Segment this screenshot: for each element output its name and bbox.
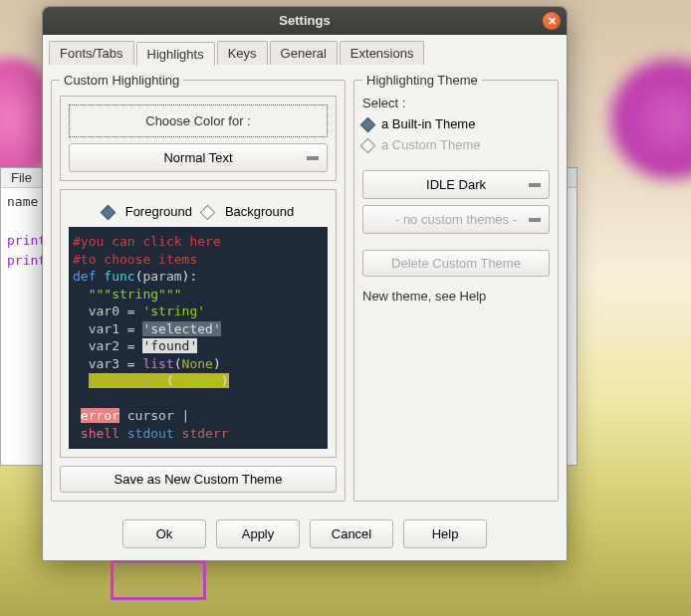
element-dropdown[interactable]: Normal Text	[69, 143, 328, 172]
preview-breakpoint[interactable]: breakpoint	[89, 373, 166, 388]
tabs-row: Fonts/Tabs Highlights Keys General Exten…	[43, 35, 567, 65]
background-radio[interactable]	[200, 205, 216, 221]
tab-extensions[interactable]: Extensions	[340, 41, 425, 65]
custom-highlighting-group: Custom Highlighting Choose Color for : N…	[51, 73, 346, 502]
cancel-button[interactable]: Cancel	[310, 519, 393, 548]
titlebar[interactable]: Settings ✕	[43, 7, 567, 35]
preview-text[interactable]: var3 =	[89, 356, 143, 371]
preview-selected[interactable]: 'selected'	[142, 321, 220, 336]
preview-comment[interactable]: #to choose items	[73, 252, 197, 267]
apply-button[interactable]: Apply	[216, 519, 300, 548]
color-chooser-box: Choose Color for : Normal Text	[60, 96, 337, 181]
element-dropdown-label: Normal Text	[163, 150, 232, 165]
builtin-theme-value: IDLE Dark	[426, 177, 486, 192]
preview-string[interactable]: 'string'	[142, 304, 205, 318]
builtin-theme-radio[interactable]	[360, 117, 376, 133]
preview-param[interactable]: param	[142, 269, 181, 284]
help-button[interactable]: Help	[403, 519, 487, 548]
bg-decor-right	[611, 60, 691, 179]
preview-docstring[interactable]: """string"""	[89, 287, 182, 302]
close-icon[interactable]: ✕	[543, 12, 561, 30]
dropdown-arrow-icon	[529, 218, 541, 222]
custom-highlighting-legend: Custom Highlighting	[60, 73, 183, 88]
preview-builtin[interactable]: list	[142, 356, 173, 371]
dialog-title: Settings	[279, 13, 330, 28]
preview-string[interactable]: "line"	[174, 373, 221, 388]
custom-theme-radio-row: a Custom Theme	[362, 137, 550, 152]
preview-keyword[interactable]: def	[73, 269, 96, 284]
preview-shell[interactable]: shell	[81, 426, 119, 441]
preview-text[interactable]: var2 =	[89, 338, 143, 353]
tab-keys[interactable]: Keys	[217, 41, 268, 65]
dialog-content: Custom Highlighting Choose Color for : N…	[43, 65, 567, 510]
fg-bg-radio-row: Foreground Background	[69, 198, 328, 221]
delete-custom-theme-button: Delete Custom Theme	[362, 250, 550, 277]
editor-text: print	[7, 253, 46, 268]
code-preview[interactable]: #you can click here #to choose items def…	[69, 227, 328, 449]
dropdown-arrow-icon	[307, 156, 319, 160]
menu-file[interactable]: File	[5, 168, 38, 187]
custom-theme-value: - no custom themes -	[395, 212, 517, 227]
tab-highlights[interactable]: Highlights	[136, 42, 215, 66]
custom-theme-label: a Custom Theme	[381, 137, 480, 152]
settings-dialog: Settings ✕ Fonts/Tabs Highlights Keys Ge…	[42, 6, 568, 561]
builtin-theme-label: a Built-in Theme	[381, 116, 475, 131]
editor-text: print	[7, 233, 46, 248]
builtin-theme-dropdown[interactable]: IDLE Dark	[362, 170, 550, 199]
preview-cursor[interactable]: cursor |	[119, 408, 189, 423]
tab-fonts[interactable]: Fonts/Tabs	[49, 41, 134, 65]
preview-text[interactable]: var0 =	[89, 304, 143, 318]
dialog-button-row: Ok Apply Cancel Help	[43, 510, 567, 560]
preview-none[interactable]: None	[182, 356, 213, 371]
save-custom-theme-button[interactable]: Save as New Custom Theme	[60, 466, 337, 493]
custom-theme-dropdown: - no custom themes -	[362, 205, 550, 234]
foreground-radio[interactable]	[100, 205, 115, 221]
choose-color-button[interactable]: Choose Color for :	[69, 104, 328, 137]
ok-button[interactable]: Ok	[122, 519, 206, 548]
builtin-theme-radio-row: a Built-in Theme	[362, 116, 550, 131]
preview-stdout[interactable]: stdout	[119, 426, 182, 441]
highlighting-theme-legend: Highlighting Theme	[362, 73, 482, 88]
tab-general[interactable]: General	[270, 41, 338, 65]
highlighting-theme-group: Highlighting Theme Select : a Built-in T…	[353, 73, 559, 502]
preview-text[interactable]: var1 =	[89, 321, 143, 336]
preview-stderr[interactable]: stderr	[182, 426, 229, 441]
preview-error[interactable]: error	[81, 408, 119, 423]
background-label: Background	[225, 204, 294, 219]
preview-found[interactable]: 'found'	[142, 338, 197, 353]
foreground-label: Foreground	[125, 204, 192, 219]
dropdown-arrow-icon	[529, 183, 541, 187]
select-label: Select :	[362, 96, 550, 110]
preview-comment[interactable]: #you can click here	[73, 234, 221, 249]
preview-box: Foreground Background #you can click her…	[60, 189, 337, 458]
new-theme-help-text: New theme, see Help	[362, 289, 550, 304]
preview-defname[interactable]: func	[104, 269, 134, 284]
custom-theme-radio	[360, 138, 376, 154]
